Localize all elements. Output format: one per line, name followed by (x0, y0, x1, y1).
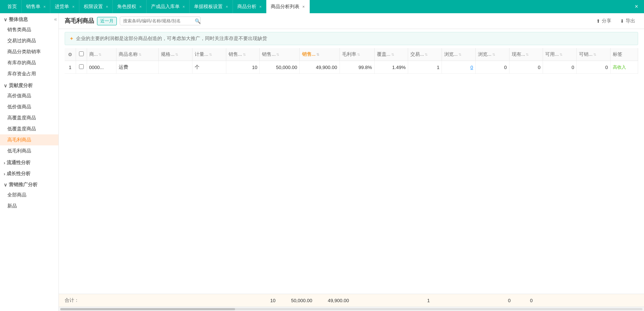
col-available-stock[interactable]: 可用... ⇅ (543, 48, 577, 61)
sales-tab-close[interactable]: × (43, 4, 46, 9)
sidebar-item-stock-fund[interactable]: 库存资金占用 (0, 68, 58, 79)
sidebar-item-all-goods[interactable]: 全部商品 (0, 189, 58, 200)
nav-tab-sales[interactable]: 销售单 × (22, 0, 50, 13)
table-row[interactable]: 1 0000... 运费 (65, 61, 638, 74)
col-settings[interactable]: ⚙ (65, 48, 76, 61)
permission-tab-close[interactable]: × (106, 4, 108, 9)
sidebar-item-high-margin[interactable]: 高毛利商品 (0, 134, 58, 145)
sidebar-item-new-goods[interactable]: 新品 (0, 200, 58, 211)
nav-tab-permission[interactable]: 权限设置 × (79, 0, 113, 13)
product-entry-tab-close[interactable]: × (183, 4, 185, 9)
scrollbar-track[interactable] (60, 308, 643, 310)
nav-tab-purchase[interactable]: 进货单 × (50, 0, 79, 13)
col-current-stock[interactable]: 现有... ⇅ (509, 48, 543, 61)
sidebar-group-growth[interactable]: › 成长性分析 (0, 167, 58, 178)
sidebar-group-overall[interactable]: ∨ 整体信息 (0, 13, 58, 24)
sort-icon-code: ⇅ (98, 53, 101, 57)
export-button[interactable]: ⬇ 导出 (617, 16, 638, 26)
close-all-tabs[interactable]: × (632, 3, 641, 10)
settings-icon[interactable]: ⚙ (68, 52, 72, 57)
sidebar-toggle[interactable]: « (54, 16, 57, 22)
sidebar-group-contribution[interactable]: ∨ 贡献度分析 (0, 79, 58, 90)
sidebar-item-high-coverage[interactable]: 高覆盖度商品 (0, 112, 58, 123)
analysis-tab-label: 商品分析 (237, 3, 256, 10)
analysis-list-tab-close[interactable]: × (302, 4, 305, 9)
col-spec[interactable]: 规格... ⇅ (159, 48, 193, 61)
row-sales-profit: 49,900.00 (300, 61, 340, 74)
scrollbar-thumb[interactable] (60, 308, 235, 310)
tip-text: 企业的主要的利润都是这部分商品创造的，可考虑加大推广，同时关注库存是不要出现缺货 (76, 35, 267, 42)
row-select-checkbox[interactable] (79, 64, 84, 69)
col-trade[interactable]: 交易... ⇅ (408, 48, 442, 61)
col-browse1[interactable]: 浏览... ⇅ (442, 48, 476, 61)
sidebar: « ∨ 整体信息 销售类商品 交易过的商品 商品分类助销率 有库存的商品 库存资… (0, 13, 59, 311)
horizontal-scrollbar[interactable] (59, 307, 644, 311)
nav-tab-product-entry[interactable]: 产成品入库单 × (147, 0, 190, 13)
col-coverage[interactable]: 覆盖... ⇅ (374, 48, 408, 61)
header-actions: ⬆ 分享 ⬇ 导出 (593, 16, 638, 26)
page-title: 高毛利商品 (65, 17, 94, 25)
tip-icon: ✦ (69, 36, 74, 41)
col-gross-rate[interactable]: 毛利率 ⇅ (339, 48, 374, 61)
footer-summary: 合计： 10 50,000.00 49,900.00 1 0 0 (59, 294, 644, 307)
sidebar-item-sales-goods[interactable]: 销售类商品 (0, 24, 58, 35)
sidebar-item-stocked-goods[interactable]: 有库存的商品 (0, 57, 58, 68)
col-unit[interactable]: 计量... ⇅ (193, 48, 226, 61)
sort-icon-unit: ⇅ (209, 53, 212, 57)
table-wrapper[interactable]: ⚙ 商... ⇅ 商品名称 (59, 48, 644, 294)
share-button[interactable]: ⬆ 分享 (593, 16, 614, 26)
sidebar-group-liquidity[interactable]: › 流通性分析 (0, 156, 58, 167)
col-sales-profit[interactable]: 销售... ⇅ (300, 48, 340, 61)
nav-tab-analysis-list[interactable]: 商品分析列表 × (266, 0, 309, 13)
analysis-tab-close[interactable]: × (259, 4, 262, 9)
purchase-tab-close[interactable]: × (72, 4, 74, 9)
sidebar-item-traded-goods[interactable]: 交易过的商品 (0, 35, 58, 46)
sidebar-group-contribution-label: 贡献度分析 (9, 82, 33, 89)
main-layout: « ∨ 整体信息 销售类商品 交易过的商品 商品分类助销率 有库存的商品 库存资… (0, 13, 644, 311)
col-name[interactable]: 商品名称 ⇅ (116, 48, 159, 61)
col-sales-qty[interactable]: 销售... ⇅ (226, 48, 260, 61)
sidebar-group-growth-label: 成长性分析 (7, 170, 30, 177)
summary-sales-amount: 50,000.00 (278, 298, 314, 303)
col-sales-amount[interactable]: 销售... ⇅ (260, 48, 300, 61)
role-tab-label: 角色授权 (117, 3, 136, 10)
sidebar-group-marketing[interactable]: ∨ 营销推广分析 (0, 178, 58, 189)
sidebar-item-low-coverage[interactable]: 低覆盖度商品 (0, 123, 58, 134)
sort-icon-coverage: ⇅ (391, 53, 394, 57)
role-tab-close[interactable]: × (139, 4, 141, 9)
col-tag: 标签 (610, 48, 638, 61)
template-tab-label: 单据模板设置 (194, 3, 223, 10)
row-browse1[interactable]: 0 (442, 61, 476, 74)
row-browse2: 0 (475, 61, 509, 74)
sidebar-item-low-value[interactable]: 低价值商品 (0, 101, 58, 112)
sidebar-item-category-rate[interactable]: 商品分类助销率 (0, 46, 58, 57)
nav-tab-home[interactable]: 首页 (3, 0, 22, 13)
row-saleable-stock: 0 (576, 61, 610, 74)
nav-tab-template[interactable]: 单据模板设置 × (190, 0, 233, 13)
sidebar-item-low-margin[interactable]: 低毛利商品 (0, 145, 58, 156)
col-code[interactable]: 商... ⇅ (87, 48, 116, 61)
search-input[interactable] (120, 17, 201, 25)
permission-tab-label: 权限设置 (84, 3, 103, 10)
template-tab-close[interactable]: × (226, 4, 228, 9)
sort-icon-available-stock: ⇅ (560, 53, 562, 57)
summary-label: 合计： (65, 297, 138, 304)
chevron-down-icon: ∨ (4, 17, 7, 22)
summary-available-stock: 0 (513, 298, 535, 303)
select-all-checkbox[interactable] (79, 51, 84, 56)
nav-tab-role[interactable]: 角色授权 × (113, 0, 146, 13)
sales-tab-label: 销售单 (26, 3, 40, 10)
nav-tab-analysis[interactable]: 商品分析 × (233, 0, 266, 13)
content-area: 高毛利商品 近一月 🔍 ⬆ 分享 ⬇ 导出 ✦ 企业的主要的利润都是这部分商品创… (59, 13, 644, 311)
analysis-list-tab-label: 商品分析列表 (271, 3, 299, 10)
data-table: ⚙ 商... ⇅ 商品名称 (65, 48, 638, 74)
row-checkbox[interactable] (76, 61, 87, 74)
search-button[interactable]: 🔍 (195, 18, 201, 24)
col-browse2[interactable]: 浏览... ⇅ (475, 48, 509, 61)
share-icon: ⬆ (596, 18, 600, 24)
col-saleable-stock[interactable]: 可销... ⇅ (576, 48, 610, 61)
period-badge[interactable]: 近一月 (97, 17, 117, 25)
row-available-stock: 0 (543, 61, 577, 74)
sidebar-item-high-value[interactable]: 高价值商品 (0, 90, 58, 101)
sidebar-group-liquidity-label: 流通性分析 (7, 159, 30, 166)
